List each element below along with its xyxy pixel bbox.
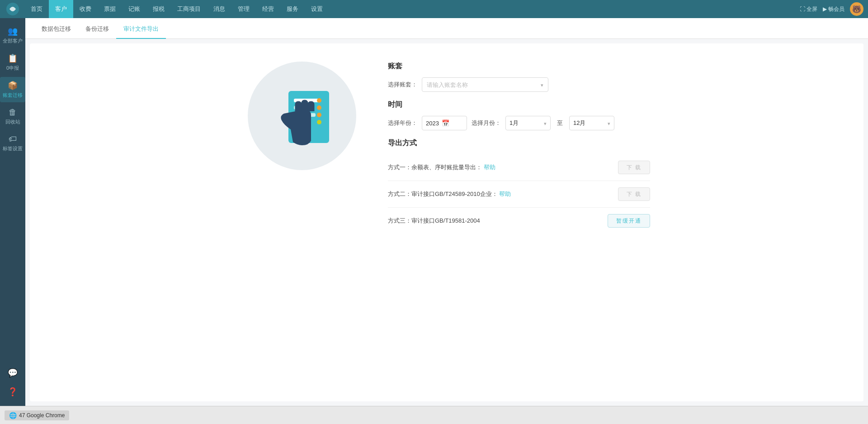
left-sidebar: 👥 全部客户 📋 0申报 📦 账套迁移 🗑 回收站 🏷 标签设置 💬 ❓ xyxy=(0,18,25,406)
nav-operation[interactable]: 经营 xyxy=(256,0,280,18)
sidebar-item-recycle[interactable]: 🗑 回收站 xyxy=(0,104,25,129)
export-method-2-text: 方式二：审计接口GB/T24589-2010企业： 帮助 xyxy=(388,190,613,198)
nav-home[interactable]: 首页 xyxy=(24,0,49,18)
vip-btn[interactable]: ▶ 畅会员 xyxy=(823,5,844,13)
year-input[interactable]: 2023 📅 xyxy=(422,116,467,130)
svg-point-7 xyxy=(317,105,321,110)
export-method-3-text: 方式三：审计接口GB/T19581-2004 xyxy=(388,217,603,225)
illustration-circle xyxy=(248,62,356,170)
svg-point-8 xyxy=(317,113,321,117)
calendar-icon: 📅 xyxy=(442,119,449,127)
content-area: 数据包迁移 备份迁移 审计文件导出 xyxy=(25,18,868,406)
tab-data-migration[interactable]: 数据包迁移 xyxy=(34,20,78,39)
nav-right: ⛶ 全屏 ▶ 畅会员 🐻 xyxy=(800,2,863,16)
year-value: 2023 xyxy=(426,120,439,127)
account-select-label: 选择账套： xyxy=(388,81,417,89)
month-start-chevron xyxy=(544,120,547,127)
export-method-3-row: 方式三：审计接口GB/T19581-2004 暂缓开通 xyxy=(388,208,650,234)
taskbar-chrome-label: 47 Google Chrome xyxy=(19,412,65,419)
nav-manage[interactable]: 管理 xyxy=(231,0,256,18)
top-section: 账套 选择账套： 时间 选择年份： xyxy=(243,57,650,234)
app-logo xyxy=(5,1,21,17)
nav-settings[interactable]: 设置 xyxy=(305,0,329,18)
tab-audit-export[interactable]: 审计文件导出 xyxy=(116,20,166,39)
export-method-3-pending-btn[interactable]: 暂缓开通 xyxy=(608,214,650,228)
nav-message[interactable]: 消息 xyxy=(207,0,231,18)
illustration xyxy=(243,57,361,175)
nav-service[interactable]: 服务 xyxy=(280,0,305,18)
month-label: 选择月份： xyxy=(472,119,501,127)
page-content: 账套 选择账套： 时间 选择年份： xyxy=(30,43,863,401)
svg-point-6 xyxy=(317,98,321,103)
export-method-1-download-btn[interactable]: 下 载 xyxy=(618,161,650,174)
sidebar-item-zero-declare[interactable]: 📋 0申报 xyxy=(0,50,25,75)
month-end-select[interactable]: 12月 xyxy=(569,116,614,130)
fullscreen-btn[interactable]: ⛶ 全屏 xyxy=(800,5,817,13)
sidebar-item-help[interactable]: ❓ xyxy=(0,383,25,400)
help-icon: ❓ xyxy=(8,387,18,397)
nav-items: 首页 客户 收费 票据 记账 报税 工商项目 消息 管理 经营 服务 设置 xyxy=(24,0,800,18)
month-end-value: 12月 xyxy=(573,119,585,127)
export-methods: 方式一：余额表、序时账批量导出： 帮助 下 载 方式二：审计接口GB/T2458… xyxy=(388,154,650,234)
export-method-1-text: 方式一：余额表、序时账批量导出： 帮助 xyxy=(388,163,613,172)
time-form-row: 选择年份： 2023 📅 选择月份： 1月 至 xyxy=(388,116,650,130)
chat-icon: 💬 xyxy=(8,368,18,378)
taskbar-chrome[interactable]: 🌐 47 Google Chrome xyxy=(5,410,69,420)
account-input-field[interactable] xyxy=(427,81,538,88)
form-side: 账套 选择账套： 时间 选择年份： xyxy=(388,57,650,234)
nav-business[interactable]: 工商项目 xyxy=(171,0,207,18)
top-navigation: 首页 客户 收费 票据 记账 报税 工商项目 消息 管理 经营 服务 设置 ⛶ … xyxy=(0,0,868,18)
zero-declare-icon: 📋 xyxy=(8,53,18,63)
account-select-chevron xyxy=(541,81,543,88)
time-section-title: 时间 xyxy=(388,100,650,110)
month-start-select[interactable]: 1月 xyxy=(505,116,551,130)
month-start-value: 1月 xyxy=(509,119,519,127)
export-method-1-row: 方式一：余额表、序时账批量导出： 帮助 下 载 xyxy=(388,154,650,181)
export-method-2-help-link[interactable]: 帮助 xyxy=(499,191,511,197)
recycle-icon: 🗑 xyxy=(9,108,17,117)
account-form-row: 选择账套： xyxy=(388,77,650,92)
all-clients-icon: 👥 xyxy=(8,26,18,36)
nav-clients[interactable]: 客户 xyxy=(49,0,73,18)
sidebar-item-all-clients[interactable]: 👥 全部客户 xyxy=(0,23,25,48)
taskbar: 🌐 47 Google Chrome xyxy=(0,406,868,424)
chrome-icon: 🌐 xyxy=(9,412,17,419)
export-method-2-row: 方式二：审计接口GB/T24589-2010企业： 帮助 下 载 xyxy=(388,181,650,208)
sidebar-bottom: 💬 ❓ xyxy=(0,364,25,406)
account-select-input[interactable] xyxy=(422,77,548,92)
nav-bookkeeping[interactable]: 记账 xyxy=(122,0,146,18)
sidebar-item-tag-settings[interactable]: 🏷 标签设置 xyxy=(0,131,25,156)
nav-invoice[interactable]: 票据 xyxy=(98,0,122,18)
tab-backup-migration[interactable]: 备份迁移 xyxy=(78,20,116,39)
nav-billing[interactable]: 收费 xyxy=(73,0,98,18)
month-end-chevron xyxy=(608,120,610,127)
main-layout: 👥 全部客户 📋 0申报 📦 账套迁移 🗑 回收站 🏷 标签设置 💬 ❓ xyxy=(0,18,868,406)
to-label: 至 xyxy=(555,119,565,127)
account-section-title: 账套 xyxy=(388,62,650,71)
tabs-bar: 数据包迁移 备份迁移 审计文件导出 xyxy=(25,18,868,39)
user-avatar[interactable]: 🐻 xyxy=(850,2,863,16)
year-label: 选择年份： xyxy=(388,119,417,127)
export-method-2-download-btn[interactable]: 下 载 xyxy=(618,187,650,201)
svg-point-9 xyxy=(317,120,321,124)
export-method-1-help-link[interactable]: 帮助 xyxy=(484,164,495,171)
sidebar-item-chat[interactable]: 💬 xyxy=(0,364,25,381)
account-migrate-icon: 📦 xyxy=(8,81,18,91)
export-section-title: 导出方式 xyxy=(388,138,650,148)
sidebar-item-account-migrate[interactable]: 📦 账套迁移 xyxy=(0,77,25,102)
form-section: 账套 选择账套： 时间 选择年份： xyxy=(243,57,650,234)
nav-tax[interactable]: 报税 xyxy=(146,0,171,18)
tag-icon: 🏷 xyxy=(9,134,17,144)
